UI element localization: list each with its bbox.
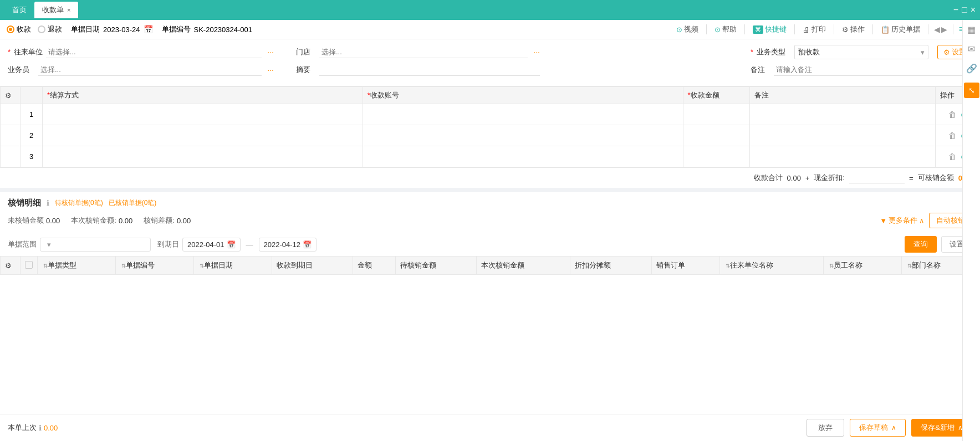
salesperson-input[interactable]: [38, 64, 262, 76]
sidebar-expand-icon[interactable]: ⤡: [964, 83, 979, 98]
range-select[interactable]: ▾: [40, 238, 151, 252]
radio-refund[interactable]: 退款: [38, 24, 62, 34]
more-conditions-label: 更多条件: [889, 216, 917, 225]
prev-arrow-icon[interactable]: ◀: [934, 25, 940, 34]
prev-label: 本单上次: [8, 423, 37, 433]
maximize-icon[interactable]: □: [962, 5, 967, 15]
row-3-amount[interactable]: [683, 146, 749, 167]
summary-input[interactable]: [319, 64, 540, 76]
row-1-delete-icon[interactable]: 🗑: [948, 110, 956, 119]
salesperson-more-btn[interactable]: ···: [267, 65, 274, 74]
print-btn[interactable]: 🖨 打印: [800, 23, 828, 35]
more-conditions-btn[interactable]: ▼ 更多条件 ∧: [880, 216, 925, 225]
row-2-settlement[interactable]: [43, 125, 363, 146]
date-from-value: 2022-04-01: [187, 240, 224, 249]
available-label: 可核销金额: [918, 173, 954, 183]
row-2-remark[interactable]: [749, 125, 935, 146]
amount-th2: 金额: [353, 257, 396, 275]
row-2-delete-icon[interactable]: 🗑: [948, 131, 956, 140]
bottom-gear-th[interactable]: ⚙: [1, 257, 21, 275]
close-icon[interactable]: ×: [971, 5, 976, 15]
gear-icon: ⚙: [943, 48, 950, 57]
total-label: 收款合计: [754, 173, 783, 183]
row-3-settlement[interactable]: [43, 146, 363, 167]
uncancelled-stat: 未核销金额 0.00: [8, 216, 60, 225]
receipt-date-th: 收款到期日: [272, 257, 353, 275]
operations-btn[interactable]: ⚙ 操作: [840, 23, 867, 35]
amount-th: *收款金额: [683, 87, 749, 104]
row-1-amount[interactable]: [683, 104, 749, 125]
date-label: 单据日期: [71, 24, 100, 34]
store-more-btn[interactable]: ···: [533, 48, 540, 57]
diff-label: 核销差额:: [144, 216, 175, 225]
remark-input[interactable]: [774, 64, 972, 76]
row-3-account[interactable]: [363, 146, 683, 167]
diff-stat: 核销差额: 0.00: [144, 216, 191, 225]
select-all-checkbox[interactable]: [25, 261, 33, 269]
sidebar-attach-icon[interactable]: 🔗: [966, 63, 977, 74]
row-1-remark[interactable]: [749, 104, 935, 125]
video-btn[interactable]: ⊙ 视频: [674, 23, 701, 35]
bottom-gear-icon[interactable]: ⚙: [5, 261, 12, 270]
store-input[interactable]: [319, 46, 528, 58]
tab-home[interactable]: 首页: [4, 2, 34, 18]
row-3-remark[interactable]: [749, 146, 935, 167]
business-type-select[interactable]: 预收款 ▾: [794, 45, 928, 59]
checkbox-th[interactable]: [21, 257, 38, 275]
sidebar-mail-icon[interactable]: ✉: [968, 44, 975, 54]
row-3-delete-icon[interactable]: 🗑: [948, 152, 956, 161]
row-2-amount[interactable]: [683, 125, 749, 146]
summary-field: 摘要: [274, 64, 540, 76]
row-1-account[interactable]: [363, 104, 683, 125]
number-field: 单据编号 SK-20230324-001: [162, 24, 253, 34]
account-th: *收款账号: [363, 87, 683, 104]
business-type-field: * 业务类型 预收款 ▾ ⚙ 设置: [751, 45, 972, 59]
writeoff-header: 核销明细 ℹ 待核销单据(0笔) 已核销单据(0笔): [0, 192, 980, 208]
business-type-value: 预收款: [798, 47, 820, 57]
radio-refund-label: 退款: [48, 24, 62, 34]
abandon-button[interactable]: 放弃: [807, 419, 844, 437]
shortcut-btn[interactable]: ⌘ 快捷键: [751, 23, 789, 35]
bottom-table-wrap: ⚙ ⇅单据类型 ⇅单据编号 ⇅单据日期 收款到期日 金额 待核销金额 本次核销金…: [0, 256, 980, 414]
prev-info-icon[interactable]: ℹ: [39, 424, 42, 432]
row-1-settlement[interactable]: [43, 104, 363, 125]
number-label: 单据编号: [162, 24, 191, 34]
salesperson-field: 业务员 ···: [8, 64, 274, 76]
calendar-icon[interactable]: 📅: [144, 25, 153, 34]
abandon-btn-label: 放弃: [818, 423, 833, 432]
tab-close-icon[interactable]: ×: [67, 7, 70, 13]
writeoff-info-icon[interactable]: ℹ: [47, 199, 49, 207]
row-2-account[interactable]: [363, 125, 683, 146]
draft-arrow-icon[interactable]: ∧: [891, 424, 896, 432]
counterparty-more-btn[interactable]: ···: [267, 48, 274, 57]
section-divider: [0, 188, 980, 192]
draft-button[interactable]: 保存草稿 ∧: [850, 419, 906, 437]
done-tab-link[interactable]: 已核销单据(0笔): [109, 198, 157, 208]
help-btn[interactable]: ⊙ 帮助: [712, 23, 739, 35]
gear-th[interactable]: ⚙: [1, 87, 21, 104]
prev-total: 本单上次 ℹ 0.00: [8, 423, 58, 433]
tab-receipt[interactable]: 收款单 ×: [34, 2, 78, 18]
history-btn[interactable]: 📋 历史单据: [879, 23, 922, 35]
pending-tab-link[interactable]: 待核销单据(0笔): [55, 198, 103, 208]
radio-receipt[interactable]: 收款: [7, 24, 31, 34]
date-to-picker[interactable]: 2022-04-12 📅: [259, 238, 317, 252]
sidebar-table-icon[interactable]: ▦: [967, 24, 976, 35]
writeoff-section: 核销明细 ℹ 待核销单据(0笔) 已核销单据(0笔) 未核销金额 0.00 本次…: [0, 192, 980, 414]
query-button[interactable]: 查询: [905, 236, 937, 253]
date-from-picker[interactable]: 2022-04-01 📅: [182, 238, 241, 252]
minimize-icon[interactable]: −: [953, 5, 958, 15]
tab-bar: 首页 收款单 × − □ ×: [0, 0, 980, 20]
history-icon: 📋: [881, 25, 890, 34]
operations-label: 操作: [850, 24, 865, 34]
plus-sign: +: [805, 174, 810, 182]
sub-toolbar: 收款 退款 单据日期 2023-03-24 📅 单据编号 SK-20230324…: [0, 20, 980, 39]
next-arrow-icon[interactable]: ▶: [941, 25, 947, 34]
counterparty-input[interactable]: [46, 46, 262, 58]
table-row: 3 🗑 ⊕: [1, 146, 980, 167]
doc-date-th: ⇅单据日期: [193, 257, 272, 275]
date-field: 单据日期 2023-03-24 📅: [71, 24, 153, 34]
employee-th: ⇅员工名称: [824, 257, 902, 275]
table-gear-icon[interactable]: ⚙: [5, 91, 12, 100]
discount-input[interactable]: [849, 172, 905, 183]
